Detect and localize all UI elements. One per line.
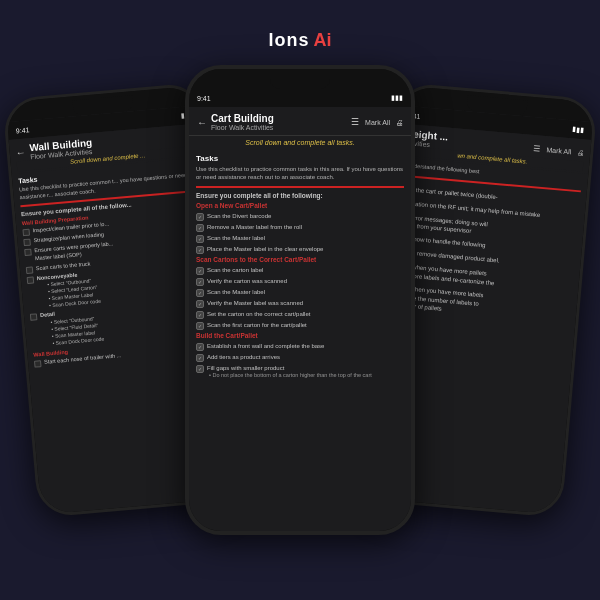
section-label-2: Scan Cartons to the Correct Cart/Pallet [196, 256, 404, 263]
logo-ai: Ai [314, 30, 332, 51]
list-item: Remove a Master label from the roll [196, 223, 404, 232]
checkbox[interactable] [196, 322, 204, 330]
checkbox[interactable] [196, 213, 204, 221]
checkbox[interactable] [196, 365, 204, 373]
checkbox[interactable] [23, 239, 31, 247]
list-item: Scan the Master label [196, 288, 404, 297]
logo-text: Ions [268, 30, 309, 51]
center-content: Tasks Use this checklist to practice com… [189, 149, 411, 531]
list-item: Scan the first carton for the cart/palle… [196, 321, 404, 330]
center-phone-header: ← Cart Building Floor Walk Activities ☰ … [189, 107, 411, 136]
list-item: Establish a front wall and complete the … [196, 342, 404, 351]
checkbox[interactable] [24, 249, 32, 257]
checkbox[interactable] [22, 229, 30, 237]
ensure-text: Ensure you complete all of the following… [196, 192, 404, 199]
section-label-3: Build the Cart/Pallet [196, 332, 404, 339]
list-item: Scan the carton label [196, 266, 404, 275]
checkbox[interactable] [196, 300, 204, 308]
checkbox[interactable] [30, 314, 38, 322]
right-mark-all[interactable]: ☰ Mark All 🖨 [533, 144, 584, 157]
center-phone-title: Cart Building [211, 113, 274, 124]
center-tasks-title: Tasks [196, 154, 404, 163]
checkbox[interactable] [26, 266, 34, 274]
checkbox[interactable] [196, 343, 204, 351]
list-item: Scan the Divert barcode [196, 212, 404, 221]
section-label-1: Open a New Cart/Pallet [196, 202, 404, 209]
checkbox[interactable] [196, 235, 204, 243]
logo: Ions Ai [268, 30, 331, 51]
back-icon[interactable]: ← [197, 117, 207, 128]
checkbox[interactable] [196, 289, 204, 297]
center-phone: 9:41 ▮▮▮ ← Cart Building Floor Walk Acti… [185, 65, 415, 535]
checkbox[interactable] [34, 360, 42, 368]
list-item: Verify the carton was scanned [196, 277, 404, 286]
list-item: Add tiers as product arrives [196, 353, 404, 362]
center-phone-subtitle: Floor Walk Activities [211, 124, 274, 131]
checkbox[interactable] [196, 267, 204, 275]
scene: 9:41 ▮▮▮ ← Wall Building Floor Walk Acti… [0, 0, 600, 600]
back-icon[interactable]: ← [15, 146, 26, 158]
list-item: Fill gaps with smaller product • Do not … [196, 364, 404, 380]
list-item: Place the Master label in the clear enve… [196, 245, 404, 254]
checkbox[interactable] [196, 311, 204, 319]
checkbox[interactable] [196, 354, 204, 362]
center-mark-all-btn[interactable]: ☰ Mark All 🖨 [351, 117, 403, 127]
list-item: Set the carton on the correct cart/palle… [196, 310, 404, 319]
checkbox[interactable] [27, 276, 35, 284]
center-scroll-notice: Scroll down and complete all tasks. [189, 136, 411, 149]
divider [196, 186, 404, 188]
center-tasks-desc: Use this checklist to practice common ta… [196, 165, 404, 182]
checkbox[interactable] [196, 246, 204, 254]
list-item: Scan the Master label [196, 234, 404, 243]
checkbox[interactable] [196, 224, 204, 232]
checkbox[interactable] [196, 278, 204, 286]
list-item: Verify the Master label was scanned [196, 299, 404, 308]
